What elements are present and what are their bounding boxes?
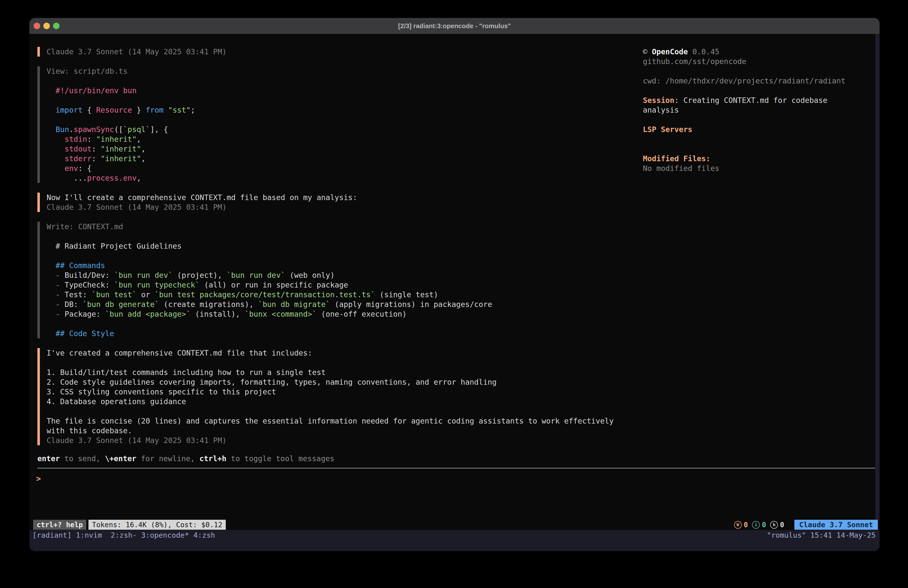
terminal-line: ## Code Style xyxy=(47,329,614,338)
i-diagnostic-indicator: i0 xyxy=(752,521,766,529)
text-segment: (apply migrations) in packages/core xyxy=(330,300,492,309)
text-segment: `psql` xyxy=(123,125,150,134)
prompt-input[interactable]: > xyxy=(36,474,41,483)
terminal-line: - TypeCheck: `bun run typecheck` (all) o… xyxy=(47,280,614,290)
text-segment: - xyxy=(47,271,60,280)
terminal-line: I've created a comprehensive CONTEXT.md … xyxy=(47,348,614,358)
terminal-line xyxy=(47,76,614,86)
keybind-help-bar: enter to send, \+enter for newline, ctrl… xyxy=(37,454,334,463)
help-chip[interactable]: ctrl+? help xyxy=(33,520,86,530)
text-segment: , xyxy=(137,135,141,143)
text-segment: `bunx <command>` xyxy=(245,310,317,318)
terminal-line xyxy=(47,232,614,241)
terminal-line: Bun.spawnSync([`psql`], { xyxy=(47,124,614,134)
diagnostics-cluster: W0i0h0 Claude 3.7 Sonnet xyxy=(734,520,878,530)
text-segment: , xyxy=(141,154,145,163)
text-segment: (all) or run in specific package xyxy=(200,280,348,289)
text-segment: process.env xyxy=(87,174,137,182)
text-segment: github.com/sst/opencode xyxy=(643,57,746,66)
text-segment: - xyxy=(47,290,60,299)
text-segment: { xyxy=(83,106,96,114)
terminal-line: 4. Database operations guidance xyxy=(47,397,614,406)
text-segment: with this codebase. xyxy=(47,426,132,435)
text-segment: ], { xyxy=(150,125,168,134)
help-chip-label: ctrl+? help xyxy=(37,521,83,529)
terminal-line xyxy=(47,115,614,124)
text-segment: `bun db migrate` xyxy=(258,300,330,309)
terminal-line: ## Commands xyxy=(47,261,614,270)
terminal-line: analysis xyxy=(643,105,877,115)
text-segment: `bun add <package>` xyxy=(105,310,191,318)
terminal-line: stdout: "inherit", xyxy=(47,144,614,154)
text-segment: "inherit" xyxy=(101,145,141,153)
text-segment: Claude 3.7 Sonnet (14 May 2025 03:41 PM) xyxy=(47,436,227,445)
terminal-line: cwd: /home/thdxr/dev/projects/radiant/ra… xyxy=(643,76,877,86)
terminal-line: - Package: `bun add <package>` (install)… xyxy=(47,309,614,319)
text-segment: - xyxy=(47,300,60,309)
terminal-line xyxy=(643,144,877,154)
tokens-cost-label: Tokens: 16.4K (8%), Cost: $0.12 xyxy=(92,521,222,529)
W-diagnostic-indicator: W0 xyxy=(734,521,748,529)
input-divider xyxy=(37,468,875,469)
terminal-line xyxy=(47,358,614,367)
text-segment: # Radiant Project Guidelines xyxy=(47,242,182,250)
terminal-line: © OpenCode 0.0.45 xyxy=(643,47,877,56)
text-segment: "inherit" xyxy=(96,135,137,143)
terminal-line: Claude 3.7 Sonnet (14 May 2025 03:41 PM) xyxy=(47,47,614,56)
text-segment: LSP Servers xyxy=(643,125,692,134)
text-segment: : xyxy=(92,154,101,163)
text-segment: 2. Code style guidelines covering import… xyxy=(47,378,497,387)
diagnostic-indicators: W0i0h0 xyxy=(734,521,784,529)
text-segment: "sst" xyxy=(168,106,191,114)
message-block: I've created a comprehensive CONTEXT.md … xyxy=(37,348,614,445)
text-segment: (web only) xyxy=(285,271,335,280)
text-segment: ... xyxy=(47,174,87,182)
diagnostic-count: 0 xyxy=(744,521,748,529)
text-segment: (install), xyxy=(191,310,245,318)
text-segment: TypeCheck: xyxy=(60,280,114,289)
terminal-line: import { Resource } from "sst"; xyxy=(47,105,614,115)
tool-block: Write: CONTEXT.md # Radiant Project Guid… xyxy=(37,222,614,338)
text-segment: #!/usr/bin/env bun xyxy=(47,86,137,95)
tokens-cost-chip: Tokens: 16.4K (8%), Cost: $0.12 xyxy=(89,520,226,530)
text-segment: from xyxy=(145,106,163,114)
text-segment: OpenCode xyxy=(652,47,688,56)
text-segment xyxy=(164,106,168,114)
terminal-line: github.com/sst/opencode xyxy=(643,56,877,66)
text-segment: : Creating CONTEXT.md for codebase xyxy=(674,96,827,105)
text-segment: : xyxy=(87,135,96,143)
terminal-line xyxy=(47,95,614,105)
tmux-window-list[interactable]: [radiant] 1:nvim 2:zsh- 3:opencode* 4:zs… xyxy=(32,530,215,540)
i-circle-icon: i xyxy=(752,521,760,529)
text-segment: No modified files xyxy=(643,164,720,173)
text-segment: Now I'll create a comprehensive CONTEXT.… xyxy=(47,193,357,202)
text-segment: `bun run typecheck` xyxy=(114,280,200,289)
model-chip[interactable]: Claude 3.7 Sonnet xyxy=(794,520,878,530)
text-segment: import xyxy=(47,106,83,114)
text-segment: to send, xyxy=(60,454,105,463)
text-segment: The file is concise (20 lines) and captu… xyxy=(47,417,614,425)
text-segment: stdin xyxy=(47,135,87,143)
text-segment: spawnSync xyxy=(74,125,114,134)
terminal-line: stderr: "inherit", xyxy=(47,154,614,163)
text-segment: "inherit" xyxy=(101,154,141,163)
tmux-status-bar: [radiant] 1:nvim 2:zsh- 3:opencode* 4:zs… xyxy=(29,530,880,551)
tmux-session-clock: "romulus" 15:41 14-May-25 xyxy=(767,530,876,540)
app-window: [2/3] radiant:3:opencode - "romulus" Cla… xyxy=(29,18,880,551)
message-block: Claude 3.7 Sonnet (14 May 2025 03:41 PM) xyxy=(37,47,614,56)
text-segment: Write: CONTEXT.md xyxy=(47,222,123,231)
terminal-line xyxy=(47,251,614,261)
text-segment: : { xyxy=(78,164,92,173)
text-segment: } xyxy=(132,106,145,114)
text-segment: `bun run dev` xyxy=(114,271,173,280)
text-segment: to toggle tool messages xyxy=(227,454,334,463)
titlebar: [2/3] radiant:3:opencode - "romulus" xyxy=(29,18,880,34)
text-segment: Build/Dev: xyxy=(60,271,114,280)
text-segment: (one-off execution) xyxy=(317,310,407,318)
terminal-line: LSP Servers xyxy=(643,124,877,134)
terminal-line xyxy=(643,134,877,144)
terminal-line: Modified Files: xyxy=(643,154,877,163)
text-segment: stderr xyxy=(47,154,92,163)
terminal-line: The file is concise (20 lines) and captu… xyxy=(47,416,614,426)
terminal-line: - DB: `bun db generate` (create migratio… xyxy=(47,300,614,309)
